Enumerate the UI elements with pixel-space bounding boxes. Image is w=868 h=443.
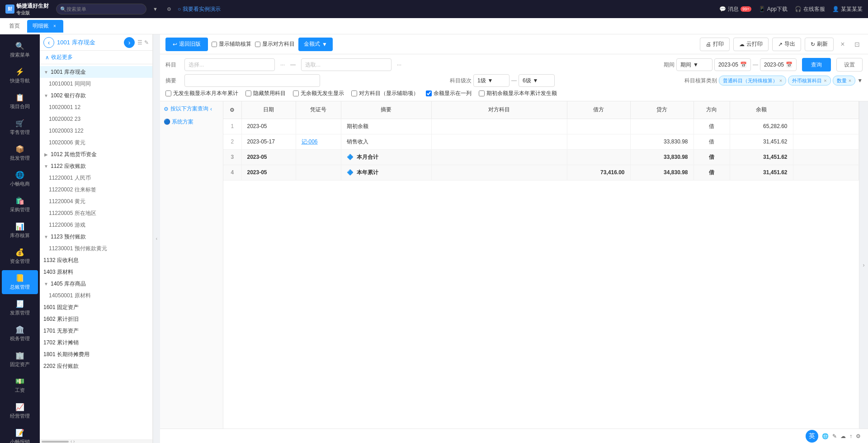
tree-item-11220001[interactable]: 11220001 人民币 [40, 172, 152, 184]
right-expand-panel[interactable]: › [859, 101, 868, 429]
tree-item-1132[interactable]: 1132 应收利息 [40, 254, 152, 266]
query-btn[interactable]: 查询 [802, 58, 831, 71]
tree-item-11220006[interactable]: 11220006 游戏 [40, 219, 152, 231]
sidebar-item-quick-nav[interactable]: ⚡ 快捷导航 [2, 64, 38, 88]
account-scrollbar[interactable]: ‹ › [40, 439, 152, 443]
tree-item-1602[interactable]: 1602 累计折旧 [40, 313, 152, 325]
tree-item-1702[interactable]: 1702 累计摊销 [40, 337, 152, 348]
checkbox-no-balance-input[interactable] [165, 91, 171, 96]
subject-calc-dropdown[interactable]: ▼ [857, 77, 863, 84]
period-end-input[interactable]: 2023-05 📅 [760, 58, 797, 71]
tree-item-10020003[interactable]: 10020003 122 [40, 125, 152, 137]
sidebar-item-retail[interactable]: 🛒 零售管理 [2, 115, 38, 139]
bottom-translate-btn[interactable]: 英 [806, 430, 818, 443]
sidebar-item-ecommerce[interactable]: 🌐 小畅电商 [2, 167, 38, 191]
tree-item-14050001[interactable]: 14050001 原材料 [40, 290, 152, 301]
dropdown-icon[interactable]: ▼ [150, 5, 160, 13]
checkbox-hide-disabled[interactable]: 隐藏禁用科目 [245, 90, 286, 97]
side-toggle-btn[interactable]: ‹ [153, 34, 160, 443]
amount-style-btn[interactable]: 金额式 ▼ [298, 38, 333, 51]
tag-normal-subject[interactable]: 普通科目（无特殊核算） × [719, 76, 786, 86]
filter-panel-item-system[interactable]: 🔵 系统方案 [164, 116, 219, 128]
tag-foreign-remove[interactable]: × [824, 78, 826, 83]
sidebar-item-capital[interactable]: 💰 资金管理 [2, 244, 38, 268]
checkbox-hide-disabled-input[interactable] [245, 91, 251, 96]
export-btn[interactable]: ↗ 导出 [772, 38, 801, 51]
period-type-select[interactable]: 期间 ▼ [676, 58, 712, 71]
refresh-btn[interactable]: ↻ 刷新 [805, 38, 834, 51]
tree-item-1123[interactable]: ▼ 1123 预付账款 [40, 231, 152, 243]
set-btn[interactable]: 设置 [836, 58, 863, 71]
checkbox-no-balance[interactable]: 无发生额显示本月本年累计 [165, 90, 238, 97]
checkbox-balance-one-col-input[interactable] [426, 91, 432, 96]
level-start-select[interactable]: 1级 ▼ [473, 74, 509, 87]
tree-item-11220004[interactable]: 11220004 黄元 [40, 195, 152, 207]
sidebar-item-search-menu[interactable]: 🔍 搜索菜单 [2, 38, 38, 62]
show-helper-input[interactable] [212, 42, 217, 47]
bottom-edit-icon[interactable]: ✎ [832, 433, 837, 439]
return-old-version-btn[interactable]: ↩ 退回旧版 [165, 38, 208, 51]
tree-item-10020001[interactable]: 10020001 12 [40, 101, 152, 113]
bottom-cloud-icon[interactable]: ☁ [840, 433, 846, 439]
collect-more-btn[interactable]: ∧ 收起更多 [40, 51, 152, 64]
tag-quantity[interactable]: 数量 × [833, 76, 855, 86]
sidebar-item-project[interactable]: 📋 项目合同 [2, 90, 38, 114]
checkbox-no-balance-show-input[interactable] [293, 91, 299, 96]
tree-item-1701[interactable]: 1701 无形资产 [40, 325, 152, 337]
print-btn[interactable]: 🖨 打印 [700, 38, 730, 51]
checkbox-show-ytd[interactable]: 期初余额显示本年累计发生额 [479, 90, 557, 97]
account-next-btn[interactable]: › [124, 37, 135, 48]
scroll-arrows[interactable]: ‹ › [71, 439, 75, 443]
tree-item-1403[interactable]: 1403 原材料 [40, 266, 152, 278]
show-counter-input[interactable] [255, 42, 260, 47]
tag-foreign-subject[interactable]: 外币核算科目 × [788, 76, 830, 86]
app-download-btn[interactable]: 📱 App下载 [759, 5, 788, 13]
tree-item-2202[interactable]: 2202 应付账款 [40, 360, 152, 372]
tree-item-11220002[interactable]: 11220002 往来标签 [40, 184, 152, 195]
filter-panel-collapse-icon[interactable]: ‹ [210, 106, 212, 112]
tree-item-10010001[interactable]: 10010001 同同同 [40, 78, 152, 90]
period-start-input[interactable]: 2023-05 📅 [714, 58, 751, 71]
top-search-box[interactable]: 🔍 搜索菜单 [56, 4, 146, 14]
tree-item-1001[interactable]: ▼ 1001 库存现金 [40, 66, 152, 78]
user-avatar[interactable]: 👤 某某某某 [832, 5, 863, 13]
checkbox-no-balance-show[interactable]: 无余额无发生显示 [293, 90, 344, 97]
online-service-btn[interactable]: 🎧 在线客服 [795, 5, 825, 13]
tree-item-10020006[interactable]: 10020006 黄元 [40, 137, 152, 148]
td-voucher-2[interactable]: 记-006 [296, 134, 341, 149]
show-counter-subject-checkbox[interactable]: 显示对方科目 [255, 40, 295, 48]
subject-input[interactable]: 选择... [184, 58, 275, 71]
sidebar-item-invoice[interactable]: 🧾 发票管理 [2, 296, 38, 320]
subject-end-input[interactable]: 选取... [301, 58, 392, 71]
checkbox-show-counter-input[interactable] [351, 91, 357, 96]
tree-item-1002[interactable]: ▼ 1002 银行存款 [40, 90, 152, 101]
filter-config-icon[interactable]: ⚙ [164, 106, 169, 112]
tree-item-11230001[interactable]: 11230001 预付账款黄元 [40, 243, 152, 254]
tag-quantity-remove[interactable]: × [849, 78, 851, 83]
settings-icon-top[interactable]: ⚙ [164, 5, 174, 13]
sidebar-item-business[interactable]: 📈 经营管理 [2, 399, 38, 423]
table-settings-icon[interactable]: ⚙ [230, 107, 235, 113]
th-settings[interactable]: ⚙ [223, 101, 241, 119]
tree-item-1601[interactable]: 1601 固定资产 [40, 301, 152, 313]
tree-item-11220005[interactable]: 11220005 所在地区 [40, 207, 152, 219]
edit-icon[interactable]: ✎ [144, 39, 149, 46]
sidebar-item-general-ledger[interactable]: 📒 总账管理 [2, 270, 38, 294]
tab-close-icon[interactable]: × [52, 23, 58, 29]
list-view-icon[interactable]: ☰ [137, 39, 142, 46]
sidebar-item-expenses[interactable]: 📝 小畅报销 [2, 425, 38, 443]
sidebar-item-wholesale[interactable]: 📦 批发管理 [2, 141, 38, 165]
tree-item-1801[interactable]: 1801 长期待摊费用 [40, 348, 152, 360]
sidebar-item-fixed-assets[interactable]: 🏢 固定资产 [2, 348, 38, 372]
level-end-select[interactable]: 6级 ▼ [519, 74, 555, 87]
checkbox-show-ytd-input[interactable] [479, 91, 485, 96]
tab-home[interactable]: 首页 [4, 20, 25, 33]
tree-item-1405[interactable]: ▼ 1405 库存商品 [40, 278, 152, 290]
account-prev-btn[interactable]: ‹ [43, 37, 54, 48]
sidebar-item-inventory[interactable]: 📊 库存核算 [2, 219, 38, 243]
cloud-print-btn[interactable]: ☁ 云打印 [733, 38, 769, 51]
window-close-btn[interactable]: × [837, 39, 848, 50]
bottom-globe-icon[interactable]: 🌐 [822, 433, 829, 439]
checkbox-balance-one-col[interactable]: 余额显示在一列 [426, 90, 472, 97]
bottom-upload-icon[interactable]: ↑ [849, 433, 852, 439]
